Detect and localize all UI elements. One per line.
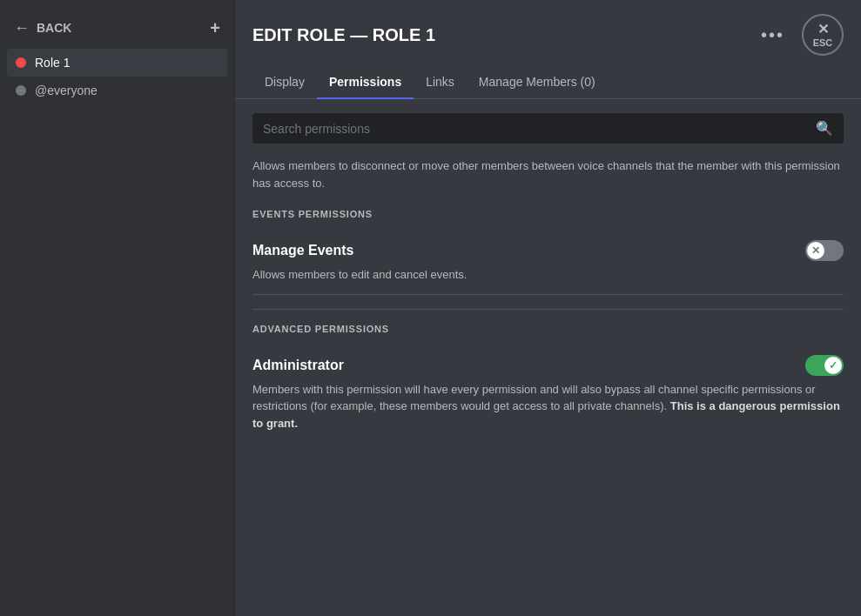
toggle-on-icon: ✓ xyxy=(829,359,837,372)
search-input[interactable] xyxy=(263,122,809,136)
role-dot-red xyxy=(16,57,26,68)
administrator-toggle[interactable]: ✓ xyxy=(805,355,844,376)
tab-permissions[interactable]: Permissions xyxy=(317,66,414,99)
close-icon: ✕ xyxy=(817,23,829,37)
tab-manage-members[interactable]: Manage Members (0) xyxy=(467,66,608,99)
back-arrow-icon: ← xyxy=(14,20,30,36)
permission-row-top: Manage Events ✕ xyxy=(252,240,844,261)
role-dot-gray xyxy=(16,85,26,96)
toggle-knob: ✕ xyxy=(807,242,824,259)
intro-description: Allows members to disconnect or move oth… xyxy=(252,157,844,191)
everyone-label: @everyone xyxy=(35,84,98,97)
esc-label: ESC xyxy=(813,37,833,48)
permission-row-manage-events: Manage Events ✕ Allows members to edit a… xyxy=(252,230,844,295)
section-divider xyxy=(252,309,844,310)
administrator-description: Members with this permission will have e… xyxy=(252,381,844,432)
sidebar-item-everyone[interactable]: @everyone xyxy=(7,77,227,104)
main-panel: EDIT ROLE — ROLE 1 ••• ✕ ESC Display Per… xyxy=(235,0,861,616)
manage-events-description: Allows members to edit and cancel events… xyxy=(252,266,844,284)
tab-links[interactable]: Links xyxy=(414,66,467,99)
advanced-section-header: ADVANCED PERMISSIONS xyxy=(252,324,844,334)
sidebar-item-role1[interactable]: Role 1 xyxy=(7,49,227,77)
search-icon: 🔍 xyxy=(816,120,833,137)
back-button[interactable]: ← BACK + xyxy=(7,14,227,42)
add-role-button[interactable]: + xyxy=(210,19,220,37)
back-label: BACK xyxy=(37,21,71,35)
content-area: 🔍 Allows members to disconnect or move o… xyxy=(235,99,861,616)
toggle-knob-on: ✓ xyxy=(824,357,842,374)
events-section-header: EVENTS PERMISSIONS xyxy=(252,209,844,219)
page-title: EDIT ROLE — ROLE 1 xyxy=(252,25,750,45)
more-options-button[interactable]: ••• xyxy=(761,25,784,45)
search-bar: 🔍 xyxy=(252,113,844,144)
close-esc-button[interactable]: ✕ ESC xyxy=(802,14,844,56)
administrator-name: Administrator xyxy=(252,358,344,373)
role1-label: Role 1 xyxy=(35,56,70,70)
toggle-off-icon: ✕ xyxy=(811,244,820,257)
manage-events-toggle[interactable]: ✕ xyxy=(805,240,844,261)
sidebar: ← BACK + Role 1 @everyone xyxy=(0,0,235,616)
permission-row-administrator: Administrator ✓ Members with this permis… xyxy=(252,345,844,443)
permission-row-top-admin: Administrator ✓ xyxy=(252,355,844,376)
manage-events-name: Manage Events xyxy=(252,243,353,258)
tabs-bar: Display Permissions Links Manage Members… xyxy=(235,66,861,99)
header: EDIT ROLE — ROLE 1 ••• ✕ ESC xyxy=(235,0,861,56)
tab-display[interactable]: Display xyxy=(252,66,317,99)
